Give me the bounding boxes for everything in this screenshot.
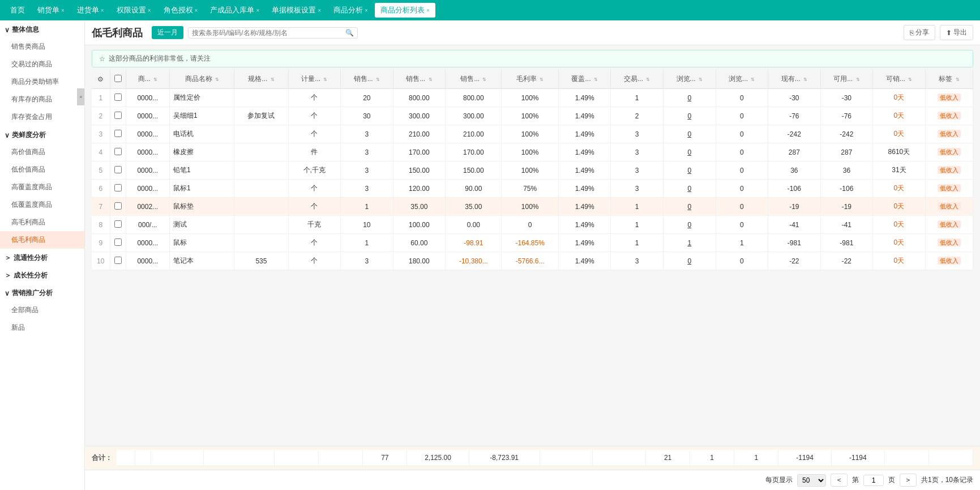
page-number-input[interactable]: [863, 475, 884, 486]
sidebar-item-high-value[interactable]: 高价值商品: [0, 143, 84, 161]
col-tag[interactable]: 标签 ⇅: [925, 70, 973, 89]
col-browse1[interactable]: 浏览... ⇅: [663, 70, 716, 89]
sidebar-item-high-margin[interactable]: 高毛利商品: [0, 214, 84, 231]
row-checkbox-2[interactable]: [110, 125, 126, 143]
sidebar-item-new-goods[interactable]: 新品: [0, 319, 84, 336]
row-spec-5: [234, 180, 288, 198]
col-trade[interactable]: 交易... ⇅: [611, 70, 664, 89]
sidebar-item-low-margin[interactable]: 低毛利商品: [0, 231, 84, 249]
row-code-0: 0000...: [126, 89, 170, 107]
search-input[interactable]: [192, 29, 345, 37]
close-analysis-list-icon[interactable]: ×: [426, 7, 430, 14]
row-checkbox-5[interactable]: [110, 180, 126, 198]
row-check-5[interactable]: [114, 184, 122, 191]
row-unit-1: 个: [288, 107, 341, 125]
sidebar-item-low-coverage[interactable]: 低覆盖度商品: [0, 196, 84, 214]
row-checkbox-0[interactable]: [110, 89, 126, 107]
row-checkbox-7[interactable]: [110, 216, 126, 234]
row-available-7: -41: [820, 216, 873, 234]
row-check-1[interactable]: [114, 112, 122, 119]
row-browse1-2[interactable]: 0: [663, 125, 716, 143]
sidebar-item-all-goods[interactable]: 全部商品: [0, 301, 84, 319]
table-row: 5 0000... 铅笔1 个,千克 3 150.00 150.00 100% …: [92, 161, 973, 180]
row-browse1-4[interactable]: 0: [663, 161, 716, 180]
col-code[interactable]: 商... ⇅: [126, 70, 170, 89]
sidebar-collapse-button[interactable]: «: [77, 88, 85, 105]
col-sellable[interactable]: 可销... ⇅: [873, 70, 926, 89]
col-sales-price[interactable]: 销售... ⇅: [393, 70, 446, 89]
row-browse1-3[interactable]: 0: [663, 143, 716, 161]
close-role-icon[interactable]: ×: [195, 7, 198, 14]
row-browse1-6[interactable]: 0: [663, 198, 716, 216]
row-checkbox-4[interactable]: [110, 161, 126, 180]
sidebar-item-sales-goods[interactable]: 销售类商品: [0, 38, 84, 56]
row-browse1-7[interactable]: 0: [663, 216, 716, 234]
col-unit[interactable]: 计量... ⇅: [288, 70, 341, 89]
close-permission-icon[interactable]: ×: [148, 7, 151, 14]
sidebar-item-category-rate[interactable]: 商品分类助销率: [0, 73, 84, 91]
nav-permission[interactable]: 权限设置 ×: [111, 3, 157, 18]
row-browse1-1[interactable]: 0: [663, 107, 716, 125]
row-check-7[interactable]: [114, 220, 122, 228]
close-template-icon[interactable]: ×: [318, 7, 321, 14]
sidebar-item-capital[interactable]: 库存资金占用: [0, 108, 84, 126]
nav-sales-order[interactable]: 销货单 ×: [32, 3, 70, 18]
row-browse1-8[interactable]: 1: [663, 234, 716, 252]
col-coverage[interactable]: 覆盖... ⇅: [558, 70, 611, 89]
col-sales-profit[interactable]: 销售... ⇅: [446, 70, 502, 89]
sidebar-item-stock-goods[interactable]: 有库存的商品: [0, 91, 84, 108]
row-browse1-0[interactable]: 0: [663, 89, 716, 107]
nav-role-auth[interactable]: 角色授权 ×: [158, 3, 204, 18]
col-checkbox[interactable]: [110, 70, 126, 89]
col-available[interactable]: 可用... ⇅: [820, 70, 873, 89]
col-spec[interactable]: 规格... ⇅: [234, 70, 288, 89]
nav-purchase-order[interactable]: 进货单 ×: [71, 3, 110, 18]
row-check-3[interactable]: [114, 148, 122, 155]
row-checkbox-3[interactable]: [110, 143, 126, 161]
col-gross-margin[interactable]: 毛利率 ⇅: [502, 70, 558, 89]
next-page-button[interactable]: ＞: [900, 474, 917, 487]
nav-analysis-list[interactable]: 商品分析列表 ×: [375, 3, 435, 18]
row-sales-count-9: 3: [341, 252, 393, 270]
sidebar-section-growth[interactable]: ＞ 成长性分析: [0, 266, 84, 284]
col-sales-count[interactable]: 销售... ⇅: [341, 70, 393, 89]
col-browse2[interactable]: 浏览... ⇅: [716, 70, 768, 89]
export-button[interactable]: ⬆ 导出: [940, 25, 973, 40]
nav-home[interactable]: 首页: [5, 3, 31, 18]
nav-template[interactable]: 单据模板设置 ×: [266, 3, 327, 18]
close-inbound-icon[interactable]: ×: [256, 7, 259, 14]
row-browse1-5[interactable]: 0: [663, 180, 716, 198]
row-checkbox-1[interactable]: [110, 107, 126, 125]
row-checkbox-6[interactable]: [110, 198, 126, 216]
prev-page-button[interactable]: ＜: [831, 474, 848, 487]
col-current-stock[interactable]: 现有... ⇅: [768, 70, 821, 89]
col-settings[interactable]: ⚙: [92, 70, 110, 89]
row-check-8[interactable]: [114, 238, 122, 246]
sidebar-section-overall[interactable]: ∨ 整体信息: [0, 20, 84, 38]
search-icon[interactable]: 🔍: [345, 29, 354, 37]
nav-product-analysis[interactable]: 商品分析 ×: [328, 3, 374, 18]
per-page-select[interactable]: 50 100 200: [797, 474, 826, 487]
row-check-9[interactable]: [114, 257, 122, 264]
select-all-checkbox[interactable]: [114, 75, 122, 82]
row-check-2[interactable]: [114, 130, 122, 137]
sidebar-section-marketing[interactable]: ∨ 营销推广分析: [0, 284, 84, 301]
close-sales-icon[interactable]: ×: [61, 7, 65, 14]
share-button[interactable]: ⎘ 分享: [904, 25, 935, 40]
close-purchase-icon[interactable]: ×: [101, 7, 104, 14]
row-browse1-9[interactable]: 0: [663, 252, 716, 270]
sidebar-item-traded-goods[interactable]: 交易过的商品: [0, 56, 84, 73]
sidebar-item-low-value[interactable]: 低价值商品: [0, 161, 84, 178]
row-check-4[interactable]: [114, 166, 122, 173]
row-checkbox-8[interactable]: [110, 234, 126, 252]
sidebar-item-high-coverage[interactable]: 高覆盖度商品: [0, 178, 84, 196]
sidebar-section-freshness[interactable]: ∨ 类鲜度分析: [0, 126, 84, 143]
row-check-0[interactable]: [114, 93, 122, 101]
row-check-6[interactable]: [114, 202, 122, 210]
row-checkbox-9[interactable]: [110, 252, 126, 270]
nav-product-inbound[interactable]: 产成品入库单 ×: [204, 3, 265, 18]
filter-recent-month-button[interactable]: 近一月: [152, 26, 183, 39]
col-name[interactable]: 商品名称 ⇅: [170, 70, 234, 89]
close-analysis-icon[interactable]: ×: [365, 7, 368, 14]
sidebar-section-flow[interactable]: ＞ 流通性分析: [0, 249, 84, 266]
